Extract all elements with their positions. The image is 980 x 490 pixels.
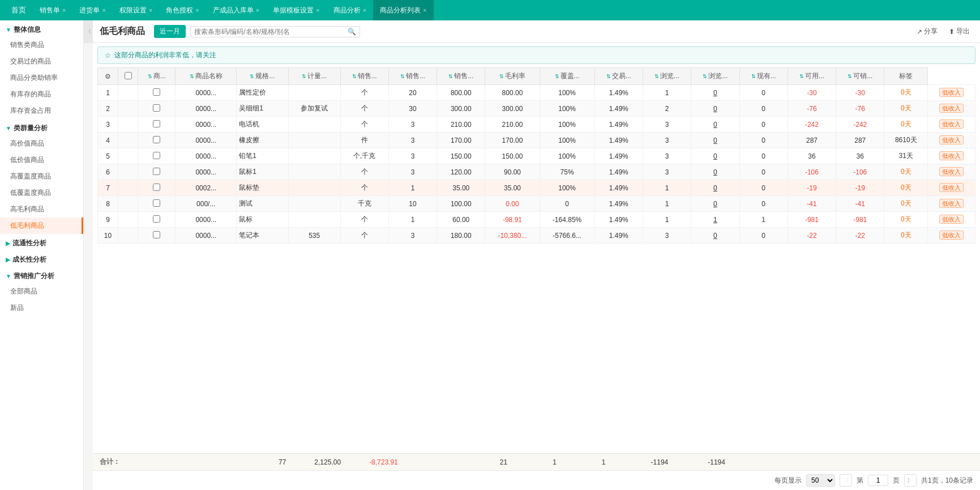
cell-browse1[interactable]: 0 xyxy=(691,117,739,133)
row-checkbox-0[interactable] xyxy=(153,88,160,96)
sidebar-item-all-products[interactable]: 全部商品 xyxy=(0,283,83,300)
row-checkbox-9[interactable] xyxy=(153,231,160,238)
cell-coverage: 1.49% xyxy=(594,228,643,244)
cell-browse1[interactable]: 0 xyxy=(691,228,739,244)
cell-browse1[interactable]: 0 xyxy=(691,164,739,180)
sidebar-item-low-value[interactable]: 低价值商品 xyxy=(0,152,83,168)
col-coverage[interactable]: ⇅覆盖... xyxy=(540,68,594,85)
select-all-checkbox[interactable] xyxy=(125,72,132,79)
col-browse1[interactable]: ⇅浏览... xyxy=(643,68,691,85)
nav-role-auth[interactable]: 角色授权 × xyxy=(159,0,206,20)
close-role-icon[interactable]: × xyxy=(195,7,199,14)
sidebar-item-high-value[interactable]: 高价值商品 xyxy=(0,135,83,152)
cell-code: 0000... xyxy=(176,85,237,101)
col-stock-available[interactable]: ⇅可用... xyxy=(788,68,836,85)
cell-spec: 535 xyxy=(288,228,340,244)
nav-product-analysis[interactable]: 商品分析 × xyxy=(327,0,373,20)
nav-sales-order[interactable]: 销售单 × xyxy=(33,0,72,20)
col-settings[interactable]: ⚙ xyxy=(98,68,118,85)
footer-browse1: 1 xyxy=(553,458,557,466)
cell-checkbox xyxy=(138,133,176,148)
cell-browse1[interactable]: 0 xyxy=(691,101,739,117)
nav-permission-settings[interactable]: 权限设置 × xyxy=(113,0,159,20)
row-checkbox-3[interactable] xyxy=(153,136,160,143)
cell-browse1[interactable]: 0 xyxy=(691,133,739,148)
row-checkbox-5[interactable] xyxy=(153,168,160,175)
content-header: 低毛利商品 近一月 🔍 ↗ 分享 ⬆ 导出 xyxy=(93,20,980,43)
nav-purchase-order[interactable]: 进货单 × xyxy=(72,0,112,20)
col-sales-amount[interactable]: ⇅销售... xyxy=(388,68,436,85)
row-checkbox-4[interactable] xyxy=(153,152,160,159)
close-permission-icon[interactable]: × xyxy=(149,7,152,14)
sidebar-group-growth[interactable]: ▶ 成长性分析 xyxy=(0,250,83,267)
sidebar-item-traded-products[interactable]: 交易过的商品 xyxy=(0,53,83,70)
col-sellable-days[interactable]: ⇅可销... xyxy=(836,68,884,85)
cell-browse1[interactable]: 0 xyxy=(691,196,739,212)
col-browse2[interactable]: ⇅浏览... xyxy=(691,68,739,85)
close-product-inbound-icon[interactable]: × xyxy=(256,7,259,14)
prev-page-button[interactable]: 〈 xyxy=(840,474,852,487)
cell-stock-available: -41 xyxy=(836,196,884,212)
col-code[interactable]: ⇅商... xyxy=(138,68,176,85)
sidebar-group-marketing[interactable]: ▼ 营销推广分析 xyxy=(0,267,83,283)
sidebar-item-high-coverage[interactable]: 高覆盖度商品 xyxy=(0,168,83,185)
sidebar-item-in-stock[interactable]: 有库存的商品 xyxy=(0,86,83,103)
col-sales-qty[interactable]: ⇅销售... xyxy=(340,68,388,85)
cell-code: 0000... xyxy=(176,164,237,180)
sidebar-item-low-margin[interactable]: 低毛利商品 xyxy=(0,218,83,234)
col-tag[interactable]: 标签 xyxy=(884,68,928,85)
row-checkbox-2[interactable] xyxy=(153,120,160,127)
cell-browse1[interactable]: 1 xyxy=(691,212,739,228)
page-number-input[interactable] xyxy=(868,475,888,486)
col-spec[interactable]: ⇅规格... xyxy=(237,68,289,85)
close-analysis-list-icon[interactable]: × xyxy=(423,7,426,14)
sidebar-item-capital-usage[interactable]: 库存资金占用 xyxy=(0,103,83,119)
sidebar-item-new-products[interactable]: 新品 xyxy=(0,300,83,316)
sidebar-group-overall[interactable]: ▼ 整体信息 xyxy=(0,20,83,37)
sidebar-item-category-rate[interactable]: 商品分类助销率 xyxy=(0,70,83,86)
row-checkbox-6[interactable] xyxy=(153,184,160,191)
close-template-icon[interactable]: × xyxy=(316,7,319,14)
cell-browse1[interactable]: 0 xyxy=(691,180,739,196)
share-button[interactable]: ↗ 分享 xyxy=(913,25,941,38)
col-unit[interactable]: ⇅计量... xyxy=(288,68,340,85)
cell-row-num: 1 xyxy=(98,85,118,101)
row-checkbox-8[interactable] xyxy=(153,215,160,223)
col-gross-margin[interactable]: ⇅毛利率 xyxy=(485,68,540,85)
page-size-select[interactable]: 50 10 20 100 xyxy=(806,474,835,487)
sidebar-item-high-margin[interactable]: 高毛利商品 xyxy=(0,201,83,218)
settings-icon[interactable]: ⚙ xyxy=(105,73,111,80)
cell-sales-qty: 20 xyxy=(388,85,436,101)
next-page-button[interactable]: 〉 xyxy=(904,474,917,487)
cell-stock-available: -30 xyxy=(836,85,884,101)
sidebar-item-low-coverage[interactable]: 低覆盖度商品 xyxy=(0,185,83,201)
col-trade-count[interactable]: ⇅交易... xyxy=(594,68,643,85)
search-input[interactable] xyxy=(194,28,348,36)
cell-spec xyxy=(288,212,340,228)
close-purchase-icon[interactable]: × xyxy=(102,7,105,14)
close-product-analysis-icon[interactable]: × xyxy=(363,7,366,14)
sidebar-group-cluster[interactable]: ▼ 类群量分析 xyxy=(0,119,83,135)
cell-sales-amount: 60.00 xyxy=(437,212,485,228)
col-sales-profit[interactable]: ⇅销售... xyxy=(437,68,485,85)
nav-template-settings[interactable]: 单据模板设置 × xyxy=(266,0,326,20)
date-filter-button[interactable]: 近一月 xyxy=(154,25,186,38)
sidebar-group-circulation[interactable]: ▶ 流通性分析 xyxy=(0,234,83,250)
close-sales-order-icon[interactable]: × xyxy=(62,7,66,14)
cell-browse1[interactable]: 0 xyxy=(691,148,739,164)
row-checkbox-1[interactable] xyxy=(153,104,160,112)
nav-product-inbound[interactable]: 产成品入库单 × xyxy=(206,0,266,20)
cell-name: 电话机 xyxy=(237,117,289,133)
sidebar-collapse-button[interactable]: 《 xyxy=(84,20,93,43)
arrow-overall-icon: ▼ xyxy=(6,27,11,33)
sidebar-item-sales-products[interactable]: 销售类商品 xyxy=(0,37,83,53)
row-checkbox-7[interactable] xyxy=(153,199,160,207)
col-stock-current[interactable]: ⇅现有... xyxy=(739,68,788,85)
search-icon[interactable]: 🔍 xyxy=(348,28,356,36)
cell-browse1[interactable]: 0 xyxy=(691,85,739,101)
export-button[interactable]: ⬆ 导出 xyxy=(945,25,973,38)
nav-home[interactable]: 首页 xyxy=(5,0,33,20)
col-name[interactable]: ⇅商品名称 xyxy=(176,68,237,85)
cell-coverage: 1.49% xyxy=(594,133,643,148)
nav-product-analysis-list[interactable]: 商品分析列表 × xyxy=(373,0,433,20)
